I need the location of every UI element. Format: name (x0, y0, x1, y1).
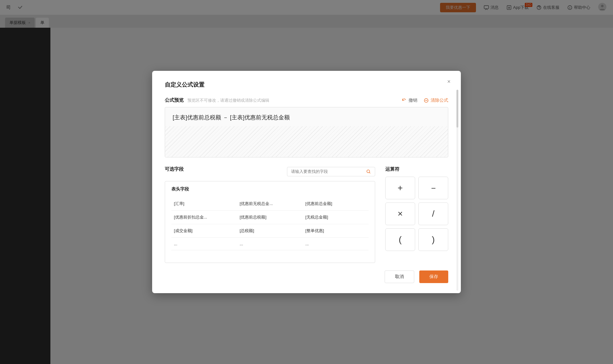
undo-button[interactable]: 撤销 (402, 98, 417, 103)
formula-actions: 撤销 清除公式 (402, 98, 448, 103)
fields-operators-row: 可选字段 表头字段 [汇率] (165, 166, 448, 263)
fields-section-title: 可选字段 (165, 166, 184, 172)
field-item[interactable]: [优惠前折扣总金... (171, 211, 237, 224)
formula-preview-box: [主表]优惠前总税额 － [主表]优惠前无税总金额 (165, 107, 448, 157)
clear-icon (424, 98, 429, 103)
modal-scrollbar-thumb[interactable] (456, 90, 458, 128)
clear-formula-button[interactable]: 清除公式 (424, 98, 448, 103)
modal-scrollbar[interactable] (456, 90, 458, 291)
op-multiply-button[interactable]: × (385, 202, 415, 225)
field-item[interactable]: ... (303, 238, 369, 250)
fields-box-title: 表头字段 (171, 186, 369, 192)
search-input[interactable] (291, 169, 366, 174)
formula-hint: 预览区不可修改，请通过撤销或清除公式编辑 (187, 98, 402, 103)
fields-section: 可选字段 表头字段 [汇率] (165, 166, 375, 263)
field-item[interactable]: [优惠前无税总金... (237, 197, 303, 211)
search-bar[interactable] (287, 167, 375, 176)
op-subtract-button[interactable]: － (418, 177, 448, 199)
formula-header: 公式预览 预览区不可修改，请通过撤销或清除公式编辑 撤销 (165, 97, 448, 103)
formula-label: 公式预览 (165, 97, 184, 103)
operators-section-title: 运算符 (385, 166, 448, 172)
field-item[interactable]: [成交金额] (171, 224, 237, 238)
operators-section: 运算符 + － × / ( (385, 166, 448, 251)
fields-header: 可选字段 (165, 166, 375, 177)
op-open-paren-button[interactable]: ( (385, 228, 415, 251)
op-add-button[interactable]: + (385, 177, 415, 199)
fields-grid: [汇率] [优惠前无税总金... [优惠前总金额] [优惠前折扣总金... (171, 197, 369, 250)
formula-expression: [主表]优惠前总税额 － [主表]优惠前无税总金额 (173, 114, 440, 121)
save-button[interactable]: 保存 (419, 270, 448, 283)
field-item[interactable]: [汇率] (171, 197, 237, 211)
clear-label: 清除公式 (431, 98, 448, 103)
field-item[interactable]: [优惠前总金额] (303, 197, 369, 211)
field-item[interactable]: [整单优惠] (303, 224, 369, 238)
field-item[interactable]: [总税额] (237, 224, 303, 238)
op-close-paren-button[interactable]: ) (418, 228, 448, 251)
modal-dialog: 自定义公式设置 × 公式预览 预览区不可修改，请通过撤销或清除公式编辑 撤销 (152, 71, 461, 293)
field-item[interactable]: [无税总金额] (303, 211, 369, 224)
fields-box[interactable]: 表头字段 [汇率] [优惠前无税总金... [优惠前总金额] (165, 181, 375, 263)
modal-overlay: 自定义公式设置 × 公式预览 预览区不可修改，请通过撤销或清除公式编辑 撤销 (0, 0, 613, 364)
field-item[interactable]: ... (237, 238, 303, 250)
op-divide-button[interactable]: / (418, 202, 448, 225)
search-icon (366, 169, 371, 174)
modal-footer: 取消 保存 (165, 270, 448, 283)
operators-grid: + － × / ( ) (385, 177, 448, 251)
undo-label: 撤销 (409, 98, 417, 103)
modal-close-button[interactable]: × (444, 77, 453, 86)
field-item[interactable]: [优惠前总税额] (237, 211, 303, 224)
field-item[interactable]: ... (171, 238, 237, 250)
cancel-button[interactable]: 取消 (385, 270, 414, 283)
undo-icon (402, 98, 407, 103)
modal-title: 自定义公式设置 (165, 81, 448, 88)
formula-section: 公式预览 预览区不可修改，请通过撤销或清除公式编辑 撤销 (165, 97, 448, 157)
